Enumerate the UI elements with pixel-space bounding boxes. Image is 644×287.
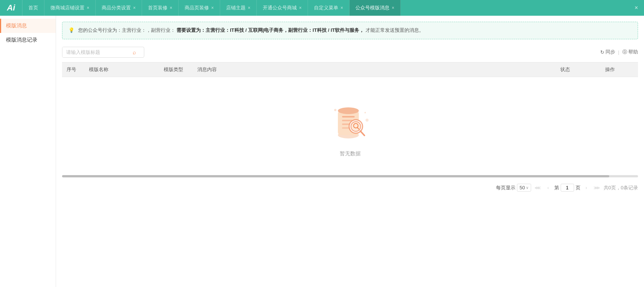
page-word: 第 [554, 184, 559, 191]
col-content: 消息内容 [193, 62, 556, 77]
tab-store-theme-close[interactable]: × [248, 5, 250, 10]
close-all-button[interactable]: × [629, 4, 644, 11]
col-action: 操作 [601, 62, 638, 77]
tab-store-theme-label: 店铺主题 [226, 4, 246, 11]
page-size-value: 50 [520, 185, 525, 190]
page-input[interactable] [561, 184, 574, 192]
sidebar-item-template-msg-label: 模版消息 [6, 22, 27, 28]
empty-row: 暂无数据 [62, 77, 638, 172]
page-label: 页 [576, 184, 580, 191]
chevron-down-icon: ∨ [526, 186, 529, 190]
col-name: 模版名称 [84, 62, 159, 77]
sync-button[interactable]: ↻ 同步 [600, 49, 615, 55]
sidebar-item-template-msg-record-label: 模版消息记录 [6, 37, 37, 43]
tab-template-msg-label: 公众号模版消息 [355, 4, 389, 11]
content-area: 💡 您的公众号行业为：主营行业：，副营行业： 需要设置为：主营行业：IT科技 /… [56, 16, 644, 287]
page-last-button[interactable]: ⋙ [592, 183, 601, 192]
notice-box: 💡 您的公众号行业为：主营行业：，副营行业： 需要设置为：主营行业：IT科技 /… [62, 22, 638, 39]
search-icon: ⌕ [133, 49, 136, 55]
toolbar-divider: | [618, 49, 619, 55]
page-size-dropdown[interactable]: 50 ∨ [517, 184, 531, 192]
sidebar-item-template-msg[interactable]: 模版消息 [0, 19, 56, 33]
tab-custom-menu[interactable]: 自定义菜单 × [308, 0, 349, 16]
app-logo: Ai [0, 0, 22, 16]
svg-rect-3 [342, 116, 355, 117]
help-icon: ⓪ [622, 49, 627, 55]
page-nav: ⋘ ‹ 第 页 › ⋙ [533, 183, 601, 192]
search-bar: ⌕ ↻ 同步 | ⓪ 帮助 [62, 47, 638, 58]
pagination: 每页显示 50 ∨ ⋘ ‹ 第 页 › ⋙ 共0页，0条记录 [62, 180, 638, 194]
sync-icon: ↻ [600, 49, 604, 55]
data-table: 序号 模版名称 模版类型 消息内容 状态 操作 [62, 62, 638, 172]
col-index: 序号 [62, 62, 84, 77]
page-first-button[interactable]: ⋘ [533, 183, 542, 192]
empty-text: 暂无数据 [62, 150, 638, 157]
notice-suffix: 才能正常发送预置的消息。 [366, 27, 424, 33]
tab-custom-menu-close[interactable]: × [341, 5, 343, 10]
table-header-row: 序号 模版名称 模版类型 消息内容 状态 操作 [62, 62, 638, 77]
tab-home-label: 首页 [28, 4, 38, 11]
page-size-select: 每页显示 50 ∨ [496, 184, 531, 192]
tab-store-theme[interactable]: 店铺主题 × [220, 0, 257, 16]
svg-line-9 [360, 131, 364, 135]
search-input-wrap: ⌕ [62, 47, 144, 58]
sidebar-item-template-msg-record[interactable]: 模版消息记录 [0, 33, 56, 47]
tab-home-decor-close[interactable]: × [170, 5, 172, 10]
total-info: 共0页，0条记录 [604, 184, 638, 191]
top-nav: Ai 首页 微商城店铺设置 × 商品分类设置 × 首页装修 × 商品页装修 × … [0, 0, 644, 16]
tab-category-settings-close[interactable]: × [133, 5, 136, 10]
main-layout: 模版消息 模版消息记录 💡 您的公众号行业为：主营行业：，副营行业： 需要设置为… [0, 16, 644, 287]
tab-category-settings[interactable]: 商品分类设置 × [96, 0, 142, 16]
page-next-button[interactable]: › [582, 183, 591, 192]
col-type: 模版类型 [159, 62, 193, 77]
sidebar: 模版消息 模版消息记录 [0, 16, 56, 287]
tab-open-mall[interactable]: 开通公众号商城 × [257, 0, 308, 16]
search-input[interactable] [62, 47, 130, 57]
tab-store-settings-label: 微商城店铺设置 [50, 4, 84, 11]
tab-store-settings-close[interactable]: × [87, 5, 89, 10]
scrollbar-thumb [62, 175, 609, 177]
tab-product-decor-close[interactable]: × [211, 5, 214, 10]
tab-store-settings[interactable]: 微商城店铺设置 × [44, 0, 96, 16]
toolbar-right: ↻ 同步 | ⓪ 帮助 [600, 49, 638, 55]
tab-home-decor[interactable]: 首页装修 × [142, 0, 179, 16]
svg-point-13 [364, 112, 366, 113]
notice-icon: 💡 [68, 27, 74, 33]
tab-open-mall-close[interactable]: × [299, 5, 302, 10]
tab-template-msg-close[interactable]: × [392, 5, 394, 10]
tab-product-decor-label: 商品页装修 [185, 4, 209, 11]
svg-point-12 [334, 109, 336, 111]
svg-point-14 [366, 119, 369, 122]
tab-custom-menu-label: 自定义菜单 [314, 4, 338, 11]
sync-label: 同步 [606, 49, 615, 55]
tab-home[interactable]: 首页 [22, 0, 44, 16]
help-label: 帮助 [628, 49, 638, 55]
help-button[interactable]: ⓪ 帮助 [622, 49, 638, 55]
col-status: 状态 [556, 62, 601, 77]
page-prev-button[interactable]: ‹ [544, 183, 553, 192]
empty-illustration [328, 100, 373, 144]
svg-point-2 [338, 107, 359, 114]
tab-home-decor-label: 首页装修 [148, 4, 167, 11]
notice-prefix: 您的公众号行业为：主营行业：，副营行业： [78, 27, 175, 33]
empty-state: 暂无数据 [62, 77, 638, 172]
tab-category-settings-label: 商品分类设置 [102, 4, 131, 11]
tab-product-decor[interactable]: 商品页装修 × [179, 0, 220, 16]
search-button[interactable]: ⌕ [130, 49, 139, 55]
page-size-label: 每页显示 [496, 184, 515, 191]
svg-rect-4 [342, 120, 352, 121]
tab-open-mall-label: 开通公众号商城 [263, 4, 297, 11]
tab-template-msg[interactable]: 公众号模版消息 × [349, 0, 401, 16]
notice-highlight: 需要设置为：主营行业：IT科技 / 互联网|电子商务，副营行业：IT科技 / I… [176, 27, 364, 33]
scrollbar[interactable] [62, 175, 638, 177]
svg-point-8 [351, 122, 361, 131]
